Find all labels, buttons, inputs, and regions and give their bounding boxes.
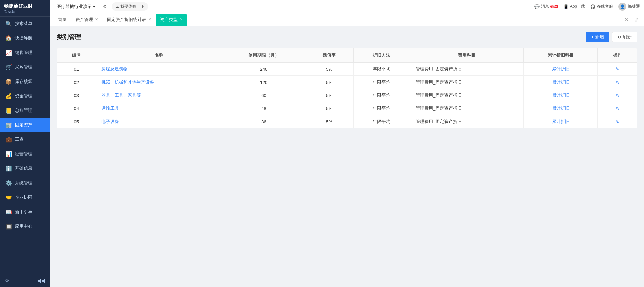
sidebar-label-funds: 资金管理 [15,93,32,99]
cell-method-4: 年限平均 [353,115,410,128]
tab-label-asset-type: 资产类型 [160,17,178,23]
cell-edit-4[interactable]: ✎ [598,115,637,128]
edit-btn-4[interactable]: ✎ [615,119,619,124]
expand-icon[interactable]: ⤢ [633,16,640,24]
sidebar-item-sysmanage[interactable]: ⚙️系统管理 [0,176,50,190]
tab-fixed-depreciation[interactable]: 固定资产折旧统计表✕ [103,14,155,26]
tab-asset-type[interactable]: 资产类型✕ [156,14,187,26]
new-btn[interactable]: + 新增 [586,32,609,42]
col-method: 折旧方法 [353,48,410,63]
sidebar-item-search[interactable]: 🔍搜索菜单 [0,17,50,31]
sidebar-item-funds[interactable]: 💰资金管理 [0,89,50,103]
sidebar-item-appcenter[interactable]: 🔲应用中心 [0,219,50,234]
sidebar-label-ledger: 总账管理 [15,107,32,114]
sidebar-item-fixedassets[interactable]: 🏢固定资产 [0,118,50,132]
sidebar-label-appcenter: 应用中心 [15,223,32,229]
cell-expense-3: 管理费用_固定资产折旧 [410,102,524,115]
tab-close-asset-type[interactable]: ✕ [180,17,183,22]
cell-name-0[interactable]: 房屋及建筑物 [96,63,222,76]
table-body: 01房屋及建筑物2405%年限平均管理费用_固定资产折旧累计折旧✎02机器、机械… [57,63,637,128]
app-download-btn[interactable]: 📱 App下载 [563,4,585,9]
edit-btn-3[interactable]: ✎ [615,106,619,111]
cell-residual-0: 5% [305,63,353,76]
tab-assets-mgmt[interactable]: 资产管理✕ [71,14,102,26]
col-cumulative: 累计折旧科目 [524,48,598,63]
cell-cumulative-2[interactable]: 累计折旧 [524,89,598,102]
category-table: 编号名称使用期限（月）残值率折旧方法费用科目累计折旧科目操作 01房屋及建筑物2… [57,48,637,128]
sales-icon: 📈 [5,50,11,56]
sidebar-item-ledger[interactable]: 📒总账管理 [0,103,50,118]
tab-label-assets-mgmt: 资产管理 [75,17,93,23]
sidebar-item-purchase[interactable]: 🛒采购管理 [0,60,50,74]
username: 畅捷通 [628,4,640,9]
edit-btn-2[interactable]: ✎ [615,93,619,98]
cloud-icon: ☁ [115,4,119,9]
cell-name-2[interactable]: 器具、工具、家具等 [96,89,222,102]
sidebar-item-basicinfo[interactable]: ℹ️基础信息 [0,161,50,176]
sidebar-menu: 🔍搜索菜单🏠快捷导航📈销售管理🛒采购管理📦库存核算💰资金管理📒总账管理🏢固定资产… [0,17,50,274]
cell-method-2: 年限平均 [353,89,410,102]
cell-name-1[interactable]: 机器、机械和其他生产设备 [96,76,222,89]
sidebar-item-quicknav[interactable]: 🏠快捷导航 [0,31,50,45]
search-icon: 🔍 [5,21,11,27]
cell-cumulative-4[interactable]: 累计折旧 [524,115,598,128]
topbar-left: 医疗器械行业演示 ▾ ⚙ ☁ 我要体验一下 [54,2,532,11]
purchase-icon: 🛒 [5,64,11,70]
settings-icon[interactable]: ⚙ [5,277,9,284]
tabs-container: 首页资产管理✕固定资产折旧统计表✕资产类型✕ [54,14,622,26]
online-service-btn[interactable]: 🎧 在线客服 [590,4,613,9]
refresh-label: 刷新 [623,34,632,40]
edit-btn-1[interactable]: ✎ [615,79,619,85]
table-row: 02机器、机械和其他生产设备1205%年限平均管理费用_固定资产折旧累计折旧✎ [57,76,637,89]
sidebar-label-guide: 新手引导 [15,209,32,215]
cell-code-2: 03 [57,89,96,102]
tab-label-fixed-depreciation: 固定资产折旧统计表 [107,17,146,23]
cell-cumulative-0[interactable]: 累计折旧 [524,63,598,76]
sidebar-bottom: ⚙ ◀◀ [0,274,50,287]
user-profile[interactable]: 👤 畅捷通 [618,3,640,11]
cell-expense-0: 管理费用_固定资产折旧 [410,63,524,76]
tab-close-fixed-depreciation[interactable]: ✕ [148,17,151,22]
table-row: 04运输工具485%年限平均管理费用_固定资产折旧累计折旧✎ [57,102,637,115]
cell-method-1: 年限平均 [353,76,410,89]
sidebar-item-coopration[interactable]: 🤝企业协同 [0,190,50,205]
sidebar-item-operations[interactable]: 📊经营管理 [0,147,50,161]
col-name: 名称 [96,48,222,63]
sidebar-label-search: 搜索菜单 [15,21,32,27]
table-row: 01房屋及建筑物2405%年限平均管理费用_固定资产折旧累计折旧✎ [57,63,637,76]
cell-edit-3[interactable]: ✎ [598,102,637,115]
sidebar-label-sysmanage: 系统管理 [15,180,32,186]
cell-period-2: 60 [222,89,305,102]
cell-cumulative-3[interactable]: 累计折旧 [524,102,598,115]
sidebar-item-inventory[interactable]: 📦库存核算 [0,74,50,89]
notification-icon: 💬 [534,4,540,9]
tab-home[interactable]: 首页 [54,14,71,26]
cell-period-3: 48 [222,102,305,115]
main-area: 医疗器械行业演示 ▾ ⚙ ☁ 我要体验一下 💬 消息 99+ 📱 App下载 🎧… [50,0,644,287]
sidebar-item-salary[interactable]: 💼工资 [0,132,50,147]
tab-close-assets-mgmt[interactable]: ✕ [95,17,98,22]
edit-btn-0[interactable]: ✎ [615,66,619,72]
cell-edit-0[interactable]: ✎ [598,63,637,76]
cell-residual-3: 5% [305,102,353,115]
cell-edit-2[interactable]: ✎ [598,89,637,102]
guide-icon: 📖 [5,209,11,215]
notifications-btn[interactable]: 💬 消息 99+ [534,4,558,9]
cell-cumulative-1[interactable]: 累计折旧 [524,76,598,89]
close-tab-icon[interactable]: ✕ [623,16,630,24]
cell-edit-1[interactable]: ✎ [598,76,637,89]
page-header: 类别管理 + 新增 ↻ 刷新 [57,32,637,42]
cell-name-3[interactable]: 运输工具 [96,102,222,115]
experience-btn[interactable]: ☁ 我要体验一下 [112,2,148,11]
sidebar-item-sales[interactable]: 📈销售管理 [0,45,50,60]
topbar-settings-btn[interactable]: ⚙ [100,2,110,11]
company-selector[interactable]: 医疗器械行业演示 ▾ [54,2,98,11]
sidebar-label-fixedassets: 固定资产 [15,122,32,128]
cell-name-4[interactable]: 电子设备 [96,115,222,128]
cell-period-0: 240 [222,63,305,76]
collapse-icon[interactable]: ◀◀ [37,277,45,284]
refresh-btn[interactable]: ↻ 刷新 [612,32,637,42]
sidebar-item-guide[interactable]: 📖新手引导 [0,205,50,219]
sidebar-label-basicinfo: 基础信息 [15,165,32,171]
online-service-label: 在线客服 [597,4,613,9]
